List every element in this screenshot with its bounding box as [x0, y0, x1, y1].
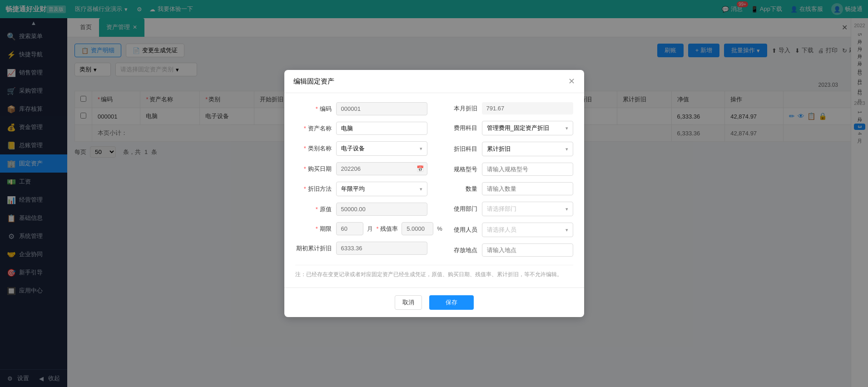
quantity-input[interactable]	[482, 182, 573, 195]
field-init-accum: 期初累计折旧	[295, 242, 427, 255]
init-accum-label: 期初累计折旧	[295, 244, 332, 253]
expense-subject-select[interactable]: 管理费用_固定资产折旧 ▾	[482, 121, 573, 135]
spec-input[interactable]	[482, 163, 573, 176]
modal-title: 编辑固定资产	[293, 77, 334, 86]
category-label: 类别名称	[295, 144, 332, 153]
dep-method-label: 折旧方法	[295, 185, 332, 193]
edit-asset-modal: 编辑固定资产 ✕ 编码 资产名称	[284, 70, 584, 317]
field-expense-subject: 费用科目 管理费用_固定资产折旧 ▾	[441, 121, 573, 135]
field-purchase-date: 购买日期 📅	[295, 162, 427, 175]
use-person-label: 使用人员	[441, 226, 477, 234]
dep-subject-select[interactable]: 累计折旧 ▾	[482, 142, 573, 156]
original-value-label: 原值	[295, 205, 332, 213]
expense-subject-label: 费用科目	[441, 124, 477, 132]
category-select[interactable]: 电子设备 ▾	[336, 141, 427, 156]
use-dept-label: 使用部门	[441, 205, 477, 213]
field-spec: 规格型号	[441, 163, 573, 176]
chevron-down-icon: ▾	[565, 227, 568, 233]
chevron-down-icon: ▾	[565, 125, 568, 131]
period-residual-wrap: 月 残值率 %	[336, 222, 427, 235]
field-quantity: 数量	[441, 182, 573, 195]
field-asset-name: 资产名称	[295, 122, 427, 135]
period-unit: 月	[367, 225, 373, 233]
residual-rate-input[interactable]	[402, 222, 433, 235]
field-original-value: 原值	[295, 203, 427, 216]
field-dep-subject: 折旧科目 累计折旧 ▾	[441, 142, 573, 156]
dep-subject-label: 折旧科目	[441, 145, 477, 153]
code-label: 编码	[295, 105, 332, 113]
purchase-date-input[interactable]	[336, 162, 427, 175]
monthly-dep-label: 本月折旧	[441, 104, 477, 113]
purchase-date-wrap: 📅	[336, 162, 427, 175]
modal-body: 编码 资产名称 类别名称 电子设备 ▾	[284, 93, 584, 288]
storage-label: 存放地点	[441, 246, 477, 254]
field-period-residual: 期限 月 残值率 %	[295, 222, 427, 235]
modal-close-btn[interactable]: ✕	[568, 76, 575, 86]
field-category: 类别名称 电子设备 ▾	[295, 141, 427, 156]
chevron-down-icon: ▾	[565, 146, 568, 152]
form-right: 本月折旧 费用科目 管理费用_固定资产折旧 ▾ 折旧科目	[441, 102, 573, 257]
init-accum-input[interactable]	[336, 242, 427, 255]
asset-name-input[interactable]	[336, 122, 427, 135]
monthly-dep-input	[482, 102, 573, 114]
calendar-icon[interactable]: 📅	[417, 165, 424, 172]
use-person-select[interactable]: 请选择人员 ▾	[482, 223, 573, 237]
field-use-dept: 使用部门 请选择部门 ▾	[441, 202, 573, 216]
chevron-down-icon: ▾	[565, 206, 568, 212]
field-use-person: 使用人员 请选择人员 ▾	[441, 223, 573, 237]
modal-footer: 取消 保存	[284, 288, 584, 317]
field-dep-method: 折旧方法 年限平均 ▾	[295, 182, 427, 196]
chevron-down-icon: ▾	[420, 186, 422, 192]
original-value-input[interactable]	[336, 203, 427, 216]
form-grid: 编码 资产名称 类别名称 电子设备 ▾	[295, 102, 573, 257]
asset-name-label: 资产名称	[295, 124, 332, 133]
cancel-btn[interactable]: 取消	[395, 295, 422, 310]
modal-overlay: 编辑固定资产 ✕ 编码 资产名称	[0, 0, 868, 387]
spec-label: 规格型号	[441, 165, 477, 174]
chevron-down-icon: ▾	[420, 146, 422, 152]
field-storage: 存放地点	[441, 243, 573, 257]
use-dept-select[interactable]: 请选择部门 ▾	[482, 202, 573, 216]
quantity-label: 数量	[441, 185, 477, 193]
period-input[interactable]	[336, 222, 363, 235]
residual-rate-label: 残值率	[377, 225, 398, 233]
storage-input[interactable]	[482, 243, 573, 257]
field-monthly-dep: 本月折旧	[441, 102, 573, 114]
modal-note: 注：已经存在变更记录或者对应固定资产已经生成凭证，原值、购买日期、残值率、累计折…	[295, 265, 573, 278]
purchase-date-label: 购买日期	[295, 165, 332, 173]
modal-header: 编辑固定资产 ✕	[284, 70, 584, 93]
dep-method-select[interactable]: 年限平均 ▾	[336, 182, 427, 196]
code-input[interactable]	[336, 102, 427, 115]
form-left: 编码 资产名称 类别名称 电子设备 ▾	[295, 102, 427, 257]
period-label-form: 期限	[295, 225, 332, 233]
save-btn[interactable]: 保存	[429, 295, 474, 310]
field-code: 编码	[295, 102, 427, 115]
